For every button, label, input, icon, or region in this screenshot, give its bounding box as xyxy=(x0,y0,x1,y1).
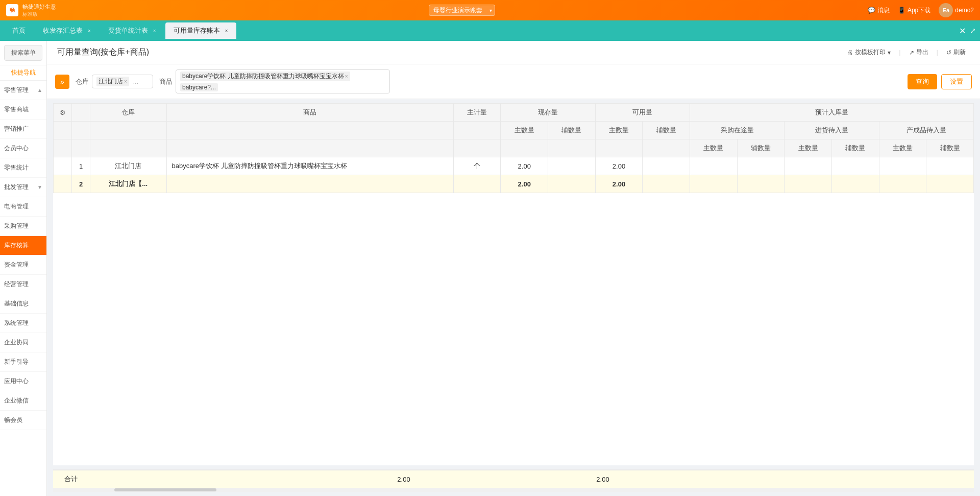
tab-home[interactable]: 首页 xyxy=(4,22,34,39)
cell-avail-main: 2.00 xyxy=(595,157,643,175)
sidebar-item-marketing[interactable]: 营销推广 xyxy=(0,120,46,139)
sidebar-item-collab[interactable]: 企业协同 xyxy=(0,333,46,352)
scrollbar-track[interactable] xyxy=(53,488,974,492)
tab-receipts-close[interactable]: × xyxy=(88,28,91,34)
th-product: 商品 xyxy=(166,104,453,122)
nav-tabs-right: ✕ ⤢ xyxy=(959,26,976,36)
sidebar-item-retail-stats[interactable]: 零售统计 xyxy=(0,158,46,178)
warehouse-filter-dots[interactable]: ... xyxy=(131,78,140,85)
product-tag1-remove[interactable]: × xyxy=(345,74,348,79)
footer-available-main: 2.00 xyxy=(524,476,682,483)
tab-available[interactable]: 可用量库存账本 × xyxy=(165,22,236,39)
sidebar-item-operations[interactable]: 经营管理 xyxy=(0,275,46,294)
footer-current-main: 2.00 xyxy=(325,476,483,483)
avatar: Ea xyxy=(939,3,953,17)
user-menu[interactable]: Ea demo2 xyxy=(939,3,974,17)
cell-avail-main: 2.00 xyxy=(595,175,643,193)
product-filter-group: 商品 babycare学饮杯 儿童防摔防撞吸管杯重力球吸嘴杯宝宝水杯 × bab… xyxy=(159,69,390,93)
cell-goods-main xyxy=(785,157,832,175)
tab-orders[interactable]: 要货单统计表 × xyxy=(100,22,164,39)
th-no xyxy=(72,104,90,122)
sidebar-item-wechat[interactable]: 企业微信 xyxy=(0,391,46,411)
th-sub2-cur-main xyxy=(501,139,548,157)
product-filter-tag1[interactable]: babycare学饮杯 儿童防摔防撞吸管杯重力球吸嘴杯宝宝水杯 × xyxy=(180,72,350,81)
sidebar-item-newbie[interactable]: 新手引导 xyxy=(0,352,46,372)
settings-btn[interactable]: 设置 xyxy=(941,74,972,89)
message-btn[interactable]: 💬 消息 xyxy=(868,6,890,15)
warehouse-filter-tag[interactable]: 江北门店 × xyxy=(96,77,129,86)
th-sub-avail-main: 主数量 xyxy=(595,122,643,139)
cell-fin-main xyxy=(879,157,926,175)
th-sub2-goods-aux: 辅数量 xyxy=(831,139,879,157)
tenant-select[interactable]: 母婴行业演示账套 xyxy=(429,5,495,16)
th-finished-pending: 产成品待入量 xyxy=(879,122,973,139)
cell-pur-main xyxy=(690,175,737,193)
app-info: 畅捷通好生意 标准版 xyxy=(22,3,56,18)
sidebar-item-appstore[interactable]: 应用中心 xyxy=(0,372,46,391)
cell-pur-aux xyxy=(737,157,785,175)
warehouse-tag-remove[interactable]: × xyxy=(124,79,127,84)
sidebar-item-purchase[interactable]: 采购管理 xyxy=(0,217,46,236)
table-row: 2江北门店【...2.002.00 xyxy=(54,175,974,193)
window-close-btn[interactable]: ✕ xyxy=(959,26,966,36)
th-settings[interactable]: ⚙ xyxy=(54,104,72,122)
cell-settings xyxy=(54,175,72,193)
quick-nav-link[interactable]: 快捷导航 xyxy=(11,69,36,76)
th-sub2-avail-aux xyxy=(643,139,690,157)
quick-nav[interactable]: 快捷导航 xyxy=(0,65,46,81)
sidebar-item-retail-mall[interactable]: 零售商城 xyxy=(0,100,46,120)
app-download-btn[interactable]: 📱 App下载 xyxy=(898,6,930,15)
sidebar-item-ecommerce[interactable]: 电商管理 xyxy=(0,197,46,217)
filter-actions: 查询 设置 xyxy=(908,74,972,89)
expand-icon: » xyxy=(60,78,64,86)
query-btn[interactable]: 查询 xyxy=(908,74,937,89)
product-filter-tag2[interactable]: babycare?... xyxy=(180,83,218,91)
main-layout: 搜索菜单 快捷导航 零售管理 ▲ 零售商城 营销推广 会员中心 零售统计 批发管… xyxy=(0,41,980,496)
sidebar-item-system[interactable]: 系统管理 xyxy=(0,314,46,333)
refresh-btn[interactable]: ↺ 刷新 xyxy=(942,46,970,59)
cell-pur-aux xyxy=(737,175,785,193)
th-current-stock: 现存量 xyxy=(501,104,595,122)
th-sub-settings xyxy=(54,122,72,139)
refresh-icon: ↺ xyxy=(946,49,951,56)
th-available: 可用量 xyxy=(595,104,690,122)
th-purchase-transit: 采购在途量 xyxy=(690,122,784,139)
sidebar-item-finance[interactable]: 资金管理 xyxy=(0,255,46,275)
th-sub2-fin-main: 主数量 xyxy=(879,139,926,157)
tenant-selector-wrapper[interactable]: 母婴行业演示账套 xyxy=(429,5,495,16)
cell-goods-aux xyxy=(831,175,879,193)
sidebar-item-retail-mgmt[interactable]: 零售管理 ▲ xyxy=(0,81,46,100)
cell-pur-main xyxy=(690,157,737,175)
sidebar-item-member[interactable]: 会员中心 xyxy=(0,139,46,158)
product-filter-label: 商品 xyxy=(159,77,173,86)
th-sub-avail-aux: 辅数量 xyxy=(643,122,690,139)
th-sub-warehouse xyxy=(90,122,167,139)
tab-receipts[interactable]: 收发存汇总表 × xyxy=(35,22,99,39)
scrollbar-thumb[interactable] xyxy=(114,488,216,491)
sidebar-item-wholesale[interactable]: 批发管理 ▼ xyxy=(0,178,46,197)
top-bar: 畅 畅捷通好生意 标准版 母婴行业演示账套 💬 消息 📱 App下载 Ea de… xyxy=(0,0,980,20)
th-sub2-avail-main xyxy=(595,139,643,157)
filter-expand-btn[interactable]: » xyxy=(55,75,69,89)
cell-fin-aux xyxy=(926,157,974,175)
th-sub2-cur-aux xyxy=(548,139,596,157)
sidebar-item-basics[interactable]: 基础信息 xyxy=(0,294,46,314)
tab-orders-close[interactable]: × xyxy=(153,28,156,34)
sidebar-item-vip[interactable]: 畅会员 xyxy=(0,411,46,430)
window-expand-btn[interactable]: ⤢ xyxy=(970,27,976,35)
th-sub-cur-main: 主数量 xyxy=(501,122,548,139)
sidebar-item-inventory[interactable]: 库存核算 xyxy=(0,236,46,255)
cell-cur-aux xyxy=(548,157,596,175)
warehouse-filter-field[interactable]: 江北门店 × ... xyxy=(92,75,153,88)
table-row: 1江北门店babycare学饮杯 儿童防摔防撞吸管杯重力球吸嘴杯宝宝水杯个2.0… xyxy=(54,157,974,175)
th-sub2-product xyxy=(166,139,453,157)
warehouse-filter-label: 仓库 xyxy=(76,77,89,86)
sidebar-search[interactable]: 搜索菜单 xyxy=(0,41,46,65)
search-menu-btn[interactable]: 搜索菜单 xyxy=(4,45,42,61)
warehouse-filter-group: 仓库 江北门店 × ... xyxy=(76,75,153,88)
tab-available-close[interactable]: × xyxy=(225,28,228,34)
product-filter-field[interactable]: babycare学饮杯 儿童防摔防撞吸管杯重力球吸嘴杯宝宝水杯 × babyca… xyxy=(176,69,390,93)
print-btn[interactable]: 🖨 按模板打印 ▾ xyxy=(843,46,895,59)
export-btn[interactable]: ↗ 导出 xyxy=(905,46,933,59)
top-bar-right: 💬 消息 📱 App下载 Ea demo2 xyxy=(868,3,974,17)
